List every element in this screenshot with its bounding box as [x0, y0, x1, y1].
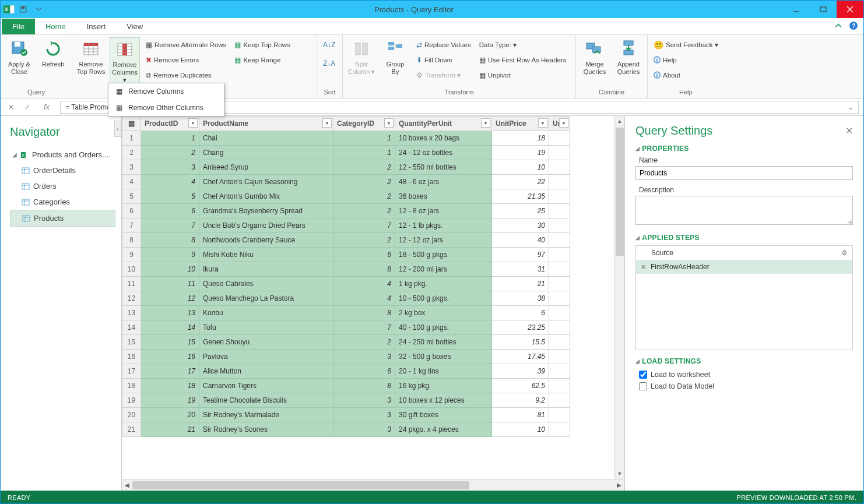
- remove-columns-button[interactable]: Remove Columns ▾: [110, 37, 140, 84]
- table-row[interactable]: 1111Queso Cabrales41 kg pkg.21: [122, 277, 570, 291]
- tab-home[interactable]: Home: [35, 19, 76, 34]
- scroll-thumb-v[interactable]: [616, 128, 624, 256]
- split-column-button[interactable]: Split Column ▾: [346, 37, 377, 76]
- close-button[interactable]: [837, 1, 863, 18]
- table-row[interactable]: 44Chef Anton's Cajun Seasoning248 - 6 oz…: [122, 175, 570, 189]
- table-corner[interactable]: ▦: [122, 117, 141, 131]
- nav-item-orders[interactable]: Orders: [10, 178, 115, 194]
- settings-close-button[interactable]: ✕: [845, 125, 853, 136]
- table-row[interactable]: 2121Sir Rodney's Scones324 pkgs. x 4 pie…: [122, 422, 570, 437]
- remove-top-rows-button[interactable]: Remove Top Rows: [76, 37, 106, 76]
- unpivot-button[interactable]: ▦Unpivot: [477, 68, 569, 83]
- nav-root[interactable]: ◢ X Products and Orders....: [10, 147, 115, 163]
- delete-step-icon[interactable]: ✕: [641, 263, 646, 271]
- table-row[interactable]: 66Grandma's Boysenberry Spread212 - 8 oz…: [122, 204, 570, 218]
- horizontal-scrollbar[interactable]: ◀ ▶: [122, 479, 624, 491]
- table-row[interactable]: 1717Alice Mutton620 - 1 kg tins39: [122, 364, 570, 379]
- scroll-up-icon[interactable]: ▲: [616, 117, 624, 125]
- keep-top-rows-button[interactable]: ▦Keep Top Rows: [232, 37, 292, 52]
- table-row[interactable]: 1010Ikura812 - 200 ml jars31: [122, 262, 570, 277]
- transform-button[interactable]: ⚙Transform ▾: [414, 68, 473, 83]
- formula-accept-icon[interactable]: ✓: [22, 101, 33, 113]
- apply-close-button[interactable]: Apply & Close: [4, 37, 34, 76]
- column-header-unitprice[interactable]: UnitPrice▾: [492, 117, 549, 131]
- column-header-categoryid[interactable]: CategoryID▾: [333, 117, 395, 131]
- scroll-right-icon[interactable]: ▶: [614, 480, 624, 491]
- qat-dropdown-icon[interactable]: [32, 3, 45, 16]
- query-name-input[interactable]: [635, 166, 853, 180]
- refresh-button[interactable]: Refresh: [38, 37, 68, 68]
- qat-save-icon[interactable]: [17, 3, 30, 16]
- table-row[interactable]: 2020Sir Rodney's Marmalade330 gift boxes…: [122, 408, 570, 422]
- menu-remove-columns[interactable]: ▦ Remove Columns: [108, 83, 224, 100]
- fill-down-button[interactable]: ⬇Fill Down: [414, 52, 473, 68]
- append-queries-button[interactable]: Append Queries: [613, 37, 644, 76]
- filter-icon[interactable]: ▾: [559, 118, 568, 128]
- query-description-input[interactable]: [635, 196, 853, 225]
- collapse-ribbon-icon[interactable]: [833, 20, 844, 31]
- filter-icon[interactable]: ▾: [322, 118, 332, 128]
- send-feedback-button[interactable]: 🙂Send Feedback ▾: [651, 37, 721, 52]
- column-header-unit[interactable]: Unit▾: [549, 117, 570, 131]
- load-to-worksheet-checkbox[interactable]: Load to worksheet: [635, 369, 853, 380]
- scroll-thumb-h[interactable]: [132, 481, 469, 489]
- remove-duplicates-button[interactable]: ⧉Remove Duplicates: [143, 68, 229, 83]
- load-to-data-model-checkbox[interactable]: Load to Data Model: [635, 380, 853, 392]
- table-row[interactable]: 1212Queso Manchego La Pastora410 - 500 g…: [122, 291, 570, 306]
- nav-item-orderdetails[interactable]: OrderDetails: [10, 163, 115, 178]
- first-row-headers-button[interactable]: ▦Use First Row As Headers: [477, 52, 569, 68]
- group-by-button[interactable]: Group By: [380, 37, 410, 76]
- help-icon[interactable]: ?: [848, 20, 859, 31]
- table-row[interactable]: 1919Teatime Chocolate Biscuits310 boxes …: [122, 393, 570, 408]
- vertical-scrollbar[interactable]: ▲ ▼: [614, 116, 624, 479]
- remove-errors-button[interactable]: ✖Remove Errors: [143, 52, 229, 68]
- step-settings-icon[interactable]: ⚙: [841, 249, 848, 257]
- collapse-icon[interactable]: ◢: [635, 235, 640, 241]
- column-header-quantityperunit[interactable]: QuantityPerUnit▾: [395, 117, 492, 131]
- table-row[interactable]: 1818Carnarvon Tigers816 kg pkg.62.5: [122, 379, 570, 393]
- filter-icon[interactable]: ▾: [188, 118, 198, 128]
- replace-values-button[interactable]: ⇄Replace Values: [414, 37, 473, 52]
- table-row[interactable]: 33Aniseed Syrup212 - 550 ml bottles10: [122, 160, 570, 175]
- filter-icon[interactable]: ▾: [538, 118, 547, 128]
- table-row[interactable]: 1414Tofu740 - 100 g pkgs.23.25: [122, 320, 570, 335]
- filter-icon[interactable]: ▾: [481, 118, 490, 128]
- sort-asc-button[interactable]: A↓Z: [321, 37, 338, 52]
- sort-desc-button[interactable]: Z↓A: [321, 56, 338, 71]
- scroll-down-icon[interactable]: ▼: [616, 470, 624, 478]
- table-row[interactable]: 99Mishi Kobe Niku618 - 500 g pkgs.97: [122, 248, 570, 262]
- formula-cancel-icon[interactable]: ✕: [5, 101, 17, 113]
- table-row[interactable]: 1313Konbu82 kg box6: [122, 306, 570, 320]
- table-row[interactable]: 11Chai110 boxes x 20 bags18: [122, 131, 570, 146]
- menu-remove-other-columns[interactable]: ▦ Remove Other Columns: [108, 100, 224, 116]
- tab-insert[interactable]: Insert: [76, 19, 117, 34]
- table-row[interactable]: 88Northwoods Cranberry Sauce212 - 12 oz …: [122, 233, 570, 248]
- filter-icon[interactable]: ▾: [384, 118, 394, 128]
- remove-alternate-rows-button[interactable]: ▦Remove Alternate Rows: [143, 37, 229, 52]
- minimize-button[interactable]: [783, 1, 810, 18]
- merge-queries-button[interactable]: Merge Queries: [579, 37, 610, 76]
- keep-range-button[interactable]: ▦Keep Range: [232, 52, 292, 68]
- data-table[interactable]: ▦ProductID▾ProductName▾CategoryID▾Quanti…: [122, 116, 570, 437]
- table-row[interactable]: 1616Pavlova332 - 500 g boxes17.45: [122, 350, 570, 364]
- file-tab[interactable]: File: [2, 19, 35, 34]
- collapse-icon[interactable]: ◢: [635, 358, 640, 364]
- collapse-icon[interactable]: ◢: [635, 146, 640, 151]
- formula-expand-icon[interactable]: ⌄: [848, 103, 854, 111]
- table-row[interactable]: 22Chang124 - 12 oz bottles19: [122, 146, 570, 160]
- table-row[interactable]: 77Uncle Bob's Organic Dried Pears712 - 1…: [122, 218, 570, 233]
- applied-step[interactable]: ✕FirstRowAsHeader: [636, 260, 852, 274]
- navigator-collapse-button[interactable]: ‹: [114, 121, 121, 137]
- data-type-button[interactable]: Data Type: ▾: [477, 37, 569, 52]
- column-header-productname[interactable]: ProductName▾: [199, 117, 333, 131]
- tab-view[interactable]: View: [116, 19, 153, 34]
- nav-item-products[interactable]: Products: [10, 210, 115, 227]
- maximize-button[interactable]: [810, 1, 837, 18]
- table-row[interactable]: 1515Genen Shouyu224 - 250 ml bottles15.5: [122, 335, 570, 350]
- about-button[interactable]: ⓘAbout: [651, 68, 721, 83]
- table-row[interactable]: 55Chef Anton's Gumbo Mix236 boxes21.35: [122, 189, 570, 204]
- fx-icon[interactable]: fx: [38, 103, 55, 111]
- scroll-left-icon[interactable]: ◀: [122, 480, 132, 491]
- nav-item-categories[interactable]: Categories: [10, 194, 115, 210]
- applied-step[interactable]: Source⚙: [636, 246, 852, 260]
